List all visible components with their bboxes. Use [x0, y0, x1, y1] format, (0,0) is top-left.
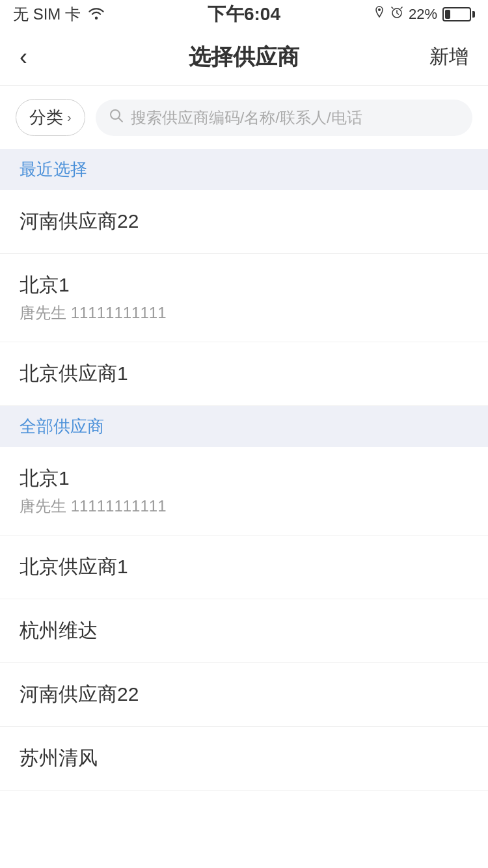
- chevron-right-icon: ›: [67, 110, 72, 125]
- add-button[interactable]: 新增: [429, 44, 468, 70]
- list-item[interactable]: 河南供应商22: [0, 190, 488, 254]
- search-icon: [109, 108, 124, 128]
- status-left: 无 SIM 卡: [13, 4, 105, 25]
- list-item[interactable]: 北京1唐先生 11111111111: [0, 447, 488, 536]
- item-name: 河南供应商22: [20, 681, 468, 708]
- filter-bar: 分类 › 搜索供应商编码/名称/联系人/电话: [0, 86, 488, 149]
- page-title: 选择供应商: [189, 42, 299, 72]
- item-name: 杭州维达: [20, 617, 468, 644]
- alarm-icon: [390, 6, 403, 23]
- item-name: 北京供应商1: [20, 554, 468, 580]
- list-item[interactable]: 苏州清风: [0, 727, 488, 791]
- wifi-icon: [87, 5, 105, 23]
- battery-label: 22%: [409, 6, 437, 23]
- svg-point-0: [378, 8, 381, 11]
- search-bar[interactable]: 搜索供应商编码/名称/联系人/电话: [96, 100, 472, 136]
- nav-bar: ‹ 选择供应商 新增: [0, 29, 488, 86]
- category-label: 分类: [29, 106, 63, 129]
- list-item[interactable]: 杭州维达: [0, 599, 488, 663]
- sim-label: 无 SIM 卡: [13, 4, 81, 25]
- search-placeholder: 搜索供应商编码/名称/联系人/电话: [131, 107, 362, 128]
- item-name: 北京1: [20, 272, 468, 299]
- list-item[interactable]: 河南供应商22: [0, 663, 488, 727]
- location-icon: [373, 6, 385, 23]
- item-name: 北京供应商1: [20, 360, 468, 387]
- item-name: 北京1: [20, 465, 468, 492]
- status-bar: 无 SIM 卡 下午6:04 22%: [0, 0, 488, 29]
- item-name: 苏州清风: [20, 745, 468, 772]
- recent-items-list: 河南供应商22北京1唐先生 11111111111北京供应商1: [0, 190, 488, 406]
- item-sub: 唐先生 11111111111: [20, 496, 468, 517]
- all-items-list: 北京1唐先生 11111111111北京供应商1杭州维达河南供应商22苏州清风: [0, 447, 488, 791]
- list-item[interactable]: 北京1唐先生 11111111111: [0, 254, 488, 342]
- all-section-header: 全部供应商: [0, 406, 488, 447]
- status-right: 22%: [373, 6, 475, 23]
- list-item[interactable]: 北京供应商1: [0, 536, 488, 599]
- status-time: 下午6:04: [208, 2, 280, 27]
- item-name: 河南供应商22: [20, 208, 468, 235]
- list-item[interactable]: 北京供应商1: [0, 342, 488, 406]
- battery-icon: [442, 6, 475, 23]
- back-button[interactable]: ‹: [20, 44, 59, 71]
- item-sub: 唐先生 11111111111: [20, 303, 468, 323]
- category-filter-button[interactable]: 分类 ›: [16, 99, 85, 136]
- recent-section-header: 最近选择: [0, 149, 488, 190]
